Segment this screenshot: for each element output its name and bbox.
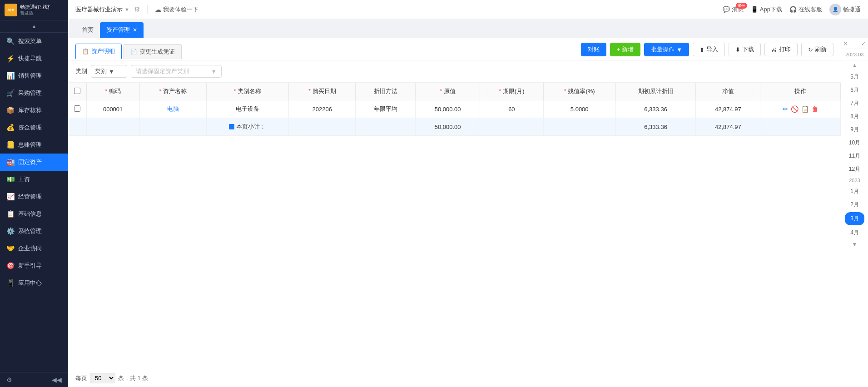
subtab-asset-detail[interactable]: 📋 资产明细 [75, 44, 122, 59]
month-item-2月[interactable]: 2月 [841, 198, 868, 211]
sidebar-item-system[interactable]: ⚙️ 系统管理 [0, 223, 68, 240]
sidebar-item-cooperation[interactable]: 🤝 企业协同 [0, 240, 68, 257]
month-item-1月[interactable]: 1月 [841, 185, 868, 198]
topbar-right: 💬 消息 99+ 📱 App下载 🎧 在线客服 👤 畅捷通 [723, 4, 861, 15]
import-icon: ⬆ [699, 46, 704, 53]
sidebar-icon-payroll: 💵 [6, 175, 15, 184]
subtab-change-voucher[interactable]: 📄 变更生成凭证 [124, 44, 182, 59]
tab-home[interactable]: 首页 [75, 22, 100, 38]
sidebar-icon-cooperation: 🤝 [6, 244, 15, 253]
main-content: 📋 资产明细 📄 变更生成凭证 对账 + 新增 [68, 38, 841, 387]
company-selector[interactable]: 医疗器械行业演示 ▼ [75, 5, 129, 14]
cell-depreciation-0: 年限平均 [356, 100, 416, 118]
edit-icon-0[interactable]: ✏ [783, 105, 788, 113]
sidebar-item-purchase[interactable]: 🛒 采购管理 [0, 84, 68, 102]
month-item-8月[interactable]: 8月 [841, 110, 868, 123]
category-value-dropdown-icon: ▼ [211, 68, 217, 75]
topbar: 医疗器械行业演示 ▼ ⚙ ☁ 我要体验一下 💬 消息 99+ 📱 App下载 🎧… [68, 0, 868, 19]
month-item-6月[interactable]: 6月 [841, 84, 868, 97]
app-logo-text: 畅捷通好业财 普及版 [20, 4, 50, 16]
select-all-checkbox[interactable] [74, 88, 80, 94]
month-scroll-up[interactable]: ▲ [850, 60, 859, 70]
batch-ops-button[interactable]: 批量操作 ▼ [644, 43, 689, 56]
delete-icon-0[interactable]: 🗑 [812, 105, 818, 113]
month-item-9月[interactable]: 9月 [841, 123, 868, 136]
tab-asset-manage[interactable]: 资产管理 ✕ [100, 22, 144, 38]
right-panel-expand-icon[interactable]: ⤢ [861, 40, 866, 47]
row-checkbox-0[interactable] [74, 105, 80, 112]
sidebar-label-inventory: 库存核算 [18, 106, 42, 114]
new-button[interactable]: + 新增 [610, 43, 640, 56]
right-panel-close-icon[interactable]: ✕ [843, 40, 848, 47]
message-icon: 💬 [723, 6, 730, 13]
month-item-3月[interactable]: 3月 [845, 212, 864, 225]
settings-icon[interactable]: ⚙ [6, 376, 12, 383]
month-item-4月[interactable]: 4月 [841, 226, 868, 239]
col-depreciation-method: 折旧方法 [356, 83, 416, 100]
category-type-select[interactable]: 类别 ▼ [91, 65, 127, 78]
gear-icon[interactable]: ⚙ [134, 5, 140, 14]
copy-icon-0[interactable]: 📋 [801, 105, 809, 113]
sidebar-item-operations[interactable]: 📈 经营管理 [0, 188, 68, 205]
month-nav: 5月6月7月8月9月10月11月12月20231月2月3月4月 [841, 70, 868, 239]
sidebar-icon-app-center: 📱 [6, 279, 15, 287]
sidebar-icon-guide: 🎯 [6, 262, 15, 270]
month-item-5月[interactable]: 5月 [841, 70, 868, 84]
sidebar-icon-finance: 💰 [6, 124, 15, 132]
year-2023-label: 2023 [841, 176, 868, 185]
print-button[interactable]: 🖨 打印 [764, 43, 798, 56]
per-page-label: 每页 [75, 374, 87, 382]
col-category: 类别名称 [206, 83, 289, 100]
category-value-select[interactable]: 请选择固定资产类别 ▼ [131, 65, 222, 78]
sidebar-icon-purchase: 🛒 [6, 89, 15, 97]
subtotal-net: 42,874.97 [696, 118, 760, 136]
disable-icon-0[interactable]: 🚫 [791, 105, 799, 113]
month-item-7月[interactable]: 7月 [841, 97, 868, 110]
cell-name-0: 电脑 [139, 100, 206, 118]
sidebar-scroll-up[interactable]: ▲ [30, 21, 39, 31]
app-download-button[interactable]: 📱 App下载 [751, 5, 782, 14]
sidebar-bottom: ⚙ ◀◀ [0, 372, 68, 387]
user-menu[interactable]: 👤 畅捷通 [829, 4, 861, 15]
messages-button[interactable]: 💬 消息 99+ [723, 5, 744, 14]
reconcile-button[interactable]: 对账 [581, 43, 606, 56]
sidebar-item-search[interactable]: 🔍 搜索菜单 [0, 33, 68, 50]
refresh-button[interactable]: ↻ 刷新 [801, 43, 833, 56]
sidebar-item-payroll[interactable]: 💵 工资 [0, 171, 68, 188]
sidebar-item-fixed-assets[interactable]: 🏭 固定资产 [0, 154, 68, 171]
online-service-button[interactable]: 🎧 在线客服 [789, 5, 822, 14]
sidebar-item-finance[interactable]: 💰 资金管理 [0, 119, 68, 136]
download-button[interactable]: ⬇ 下载 [729, 43, 761, 56]
month-scroll-down[interactable]: ▼ [850, 239, 859, 249]
cell-residual-0: 5.0000 [543, 100, 615, 118]
month-item-11月[interactable]: 11月 [841, 149, 868, 163]
sidebar-item-app-center[interactable]: 📱 应用中心 [0, 274, 68, 292]
filter-bar: 类别 类别 ▼ 请选择固定资产类别 ▼ [68, 60, 841, 83]
table-header-row: 编码 资产名称 类别名称 购买日期 折旧方法 原值 期限(月) 残值率(%) 期… [68, 83, 841, 100]
sidebar-item-inventory[interactable]: 📦 库存核算 [0, 102, 68, 119]
month-item-10月[interactable]: 10月 [841, 136, 868, 149]
sidebar-item-basic-info[interactable]: 📋 基础信息 [0, 205, 68, 223]
col-purchase-date: 购买日期 [289, 83, 356, 100]
sidebar-label-system: 系统管理 [18, 227, 42, 235]
download-icon: 📱 [751, 6, 758, 13]
collapse-icon[interactable]: ◀◀ [52, 376, 62, 383]
sidebar-item-quick-nav[interactable]: ⚡ 快捷导航 [0, 50, 68, 67]
sidebar-item-guide[interactable]: 🎯 新手引导 [0, 257, 68, 274]
main-wrapper: 医疗器械行业演示 ▼ ⚙ ☁ 我要体验一下 💬 消息 99+ 📱 App下载 🎧… [68, 0, 868, 387]
batch-ops-dropdown-icon: ▼ [676, 46, 682, 53]
per-page-select[interactable]: 50 10 20 100 [90, 373, 115, 383]
subtotal-accumulated: 6,333.36 [615, 118, 696, 136]
company-dropdown-icon: ▼ [124, 7, 129, 12]
month-item-12月[interactable]: 12月 [841, 163, 868, 176]
import-button[interactable]: ⬆ 导入 [693, 43, 725, 56]
sidebar-icon-fixed-assets: 🏭 [6, 158, 15, 166]
print-icon: 🖨 [771, 46, 777, 53]
sidebar-item-ledger[interactable]: 📒 总账管理 [0, 136, 68, 154]
tab-close-icon[interactable]: ✕ [133, 27, 137, 33]
assets-table: 编码 资产名称 类别名称 购买日期 折旧方法 原值 期限(月) 残值率(%) 期… [68, 83, 841, 136]
subtotal-row: 本页小计： 50,000.00 6,333.36 42,874.97 [68, 118, 841, 136]
sidebar-item-sales[interactable]: 📊 销售管理 [0, 67, 68, 84]
experience-button[interactable]: ☁ 我要体验一下 [155, 5, 198, 14]
sidebar: AtA 畅捷通好业财 普及版 ▲ 🔍 搜索菜单 ⚡ 快捷导航 📊 销售管理 🛒 … [0, 0, 68, 387]
